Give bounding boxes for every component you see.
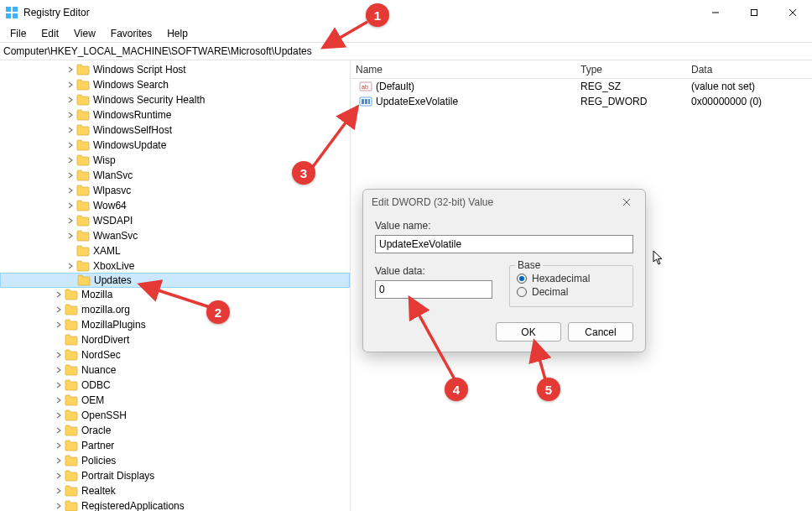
tree-item-label: WindowsUpdate xyxy=(93,139,166,151)
tree-item-policies[interactable]: Policies xyxy=(0,453,350,468)
chevron-right-icon xyxy=(54,320,64,330)
tree-item-partner[interactable]: Partner xyxy=(0,438,350,453)
list-row[interactable]: UpdateExeVolatileREG_DWORD0x00000000 (0) xyxy=(351,94,812,109)
chevron-right-icon xyxy=(65,261,75,271)
annotation-callout-4: 4 xyxy=(445,378,468,401)
tree-item-windowsruntime[interactable]: WindowsRuntime xyxy=(0,107,350,123)
chevron-right-icon xyxy=(54,289,64,300)
svg-rect-5 xyxy=(6,7,11,12)
tree-item-oracle[interactable]: Oracle xyxy=(0,423,350,438)
tree-item-odbc[interactable]: ODBC xyxy=(0,378,350,393)
radio-decimal[interactable]: Decimal xyxy=(517,286,626,298)
value-name-input[interactable] xyxy=(375,235,633,253)
address-bar xyxy=(0,42,812,60)
list-row[interactable]: ab(Default)REG_SZ(value not set) xyxy=(351,79,812,94)
list-header: Name Type Data xyxy=(351,60,812,79)
tree-item-label: WwanSvc xyxy=(93,230,138,242)
menu-help[interactable]: Help xyxy=(160,26,195,41)
minimize-button[interactable] xyxy=(696,0,735,25)
tree-item-label: WindowsSelfHost xyxy=(93,124,172,136)
list-body[interactable]: ab(Default)REG_SZ(value not set)UpdateEx… xyxy=(351,79,812,109)
svg-rect-16 xyxy=(362,99,364,104)
tree-item-windows-security-health[interactable]: Windows Security Health xyxy=(0,92,350,107)
tree-item-label: Realtek xyxy=(81,485,116,497)
chevron-right-icon xyxy=(65,140,75,150)
tree-item-label: XboxLive xyxy=(93,260,134,272)
chevron-right-icon xyxy=(54,441,64,451)
tree-item-nordsec[interactable]: NordSec xyxy=(0,347,350,362)
col-name[interactable]: Name xyxy=(351,64,575,76)
tree-item-updates[interactable]: Updates xyxy=(0,273,350,288)
tree-item-label: RegisteredApplications xyxy=(81,500,185,511)
annotation-callout-2: 2 xyxy=(206,300,230,324)
tree-item-label: XAML xyxy=(93,245,121,257)
col-type[interactable]: Type xyxy=(575,64,686,76)
chevron-right-icon xyxy=(65,80,75,90)
tree-item-label: NordDivert xyxy=(81,334,129,346)
value-name-label: Value name: xyxy=(375,220,633,232)
chevron-right-icon xyxy=(66,275,76,285)
tree-item-windowsupdate[interactable]: WindowsUpdate xyxy=(0,138,350,153)
tree-item-wlpasvc[interactable]: Wlpasvc xyxy=(0,183,350,198)
edit-dword-dialog: Edit DWORD (32-bit) Value Value name: Va… xyxy=(362,189,646,352)
menu-file[interactable]: File xyxy=(3,26,33,41)
chevron-right-icon xyxy=(54,425,64,435)
value-data-input[interactable] xyxy=(375,280,492,299)
tree-item-xaml[interactable]: XAML xyxy=(0,243,350,258)
chevron-right-icon xyxy=(54,305,64,315)
tree-item-mozilla-org[interactable]: mozilla.org xyxy=(0,302,350,317)
tree-item-oem[interactable]: OEM xyxy=(0,393,350,408)
tree-item-openssh[interactable]: OpenSSH xyxy=(0,408,350,423)
tree-item-mozillaplugins[interactable]: MozillaPlugins xyxy=(0,317,350,332)
close-button[interactable] xyxy=(773,0,812,25)
tree-item-label: Policies xyxy=(81,455,116,467)
annotation-callout-1: 1 xyxy=(366,3,389,27)
chevron-right-icon xyxy=(65,216,75,226)
ok-button[interactable]: OK xyxy=(496,322,561,342)
tree-item-xboxlive[interactable]: XboxLive xyxy=(0,258,350,274)
value-name: UpdateExeVolatile xyxy=(376,96,458,107)
cancel-button[interactable]: Cancel xyxy=(568,322,633,342)
chevron-right-icon xyxy=(54,410,64,420)
tree-panel: Windows Script HostWindows SearchWindows… xyxy=(0,60,351,511)
tree-item-label: OEM xyxy=(81,394,104,406)
tree-item-wow64[interactable]: Wow64 xyxy=(0,198,350,213)
tree-item-windows-script-host[interactable]: Windows Script Host xyxy=(0,62,350,77)
chevron-right-icon xyxy=(54,350,64,360)
chevron-right-icon xyxy=(65,201,75,211)
svg-rect-8 xyxy=(13,13,18,18)
menu-favorites[interactable]: Favorites xyxy=(104,26,159,41)
menu-bar: File Edit View Favorites Help xyxy=(0,25,812,42)
tree-item-label: MozillaPlugins xyxy=(81,319,146,331)
value-data: 0x00000000 (0) xyxy=(691,96,762,107)
tree-item-windowsselfhost[interactable]: WindowsSelfHost xyxy=(0,123,350,138)
tree-item-label: Partner xyxy=(81,440,114,451)
value-name: (Default) xyxy=(376,81,414,92)
tree-item-label: Oracle xyxy=(81,425,111,436)
tree-item-portrait-displays[interactable]: Portrait Displays xyxy=(0,468,350,483)
menu-view[interactable]: View xyxy=(67,26,102,41)
tree-item-wwansvc[interactable]: WwanSvc xyxy=(0,228,350,243)
maximize-button[interactable] xyxy=(735,0,773,25)
col-data[interactable]: Data xyxy=(686,64,812,76)
tree-item-wsdapi[interactable]: WSDAPI xyxy=(0,213,350,228)
chevron-right-icon xyxy=(65,155,75,165)
menu-edit[interactable]: Edit xyxy=(34,26,65,41)
dialog-close-button[interactable] xyxy=(617,192,637,212)
tree-item-mozilla[interactable]: Mozilla xyxy=(0,287,350,302)
tree-item-nuance[interactable]: Nuance xyxy=(0,362,350,378)
annotation-callout-5: 5 xyxy=(537,378,560,401)
tree-item-realtek[interactable]: Realtek xyxy=(0,483,350,498)
svg-text:ab: ab xyxy=(362,84,368,90)
tree-item-windows-search[interactable]: Windows Search xyxy=(0,77,350,92)
tree-item-norddivert[interactable]: NordDivert xyxy=(0,332,350,347)
address-input[interactable] xyxy=(3,45,809,57)
tree-item-label: WindowsRuntime xyxy=(93,109,171,121)
tree-item-registeredapplications[interactable]: RegisteredApplications xyxy=(0,498,350,511)
tree-view[interactable]: Windows Script HostWindows SearchWindows… xyxy=(0,60,350,511)
chevron-right-icon xyxy=(54,501,64,511)
tree-item-label: Mozilla xyxy=(81,289,112,300)
value-type: REG_DWORD xyxy=(580,96,647,107)
chevron-right-icon xyxy=(65,170,75,180)
radio-hexadecimal[interactable]: Hexadecimal xyxy=(517,273,626,284)
